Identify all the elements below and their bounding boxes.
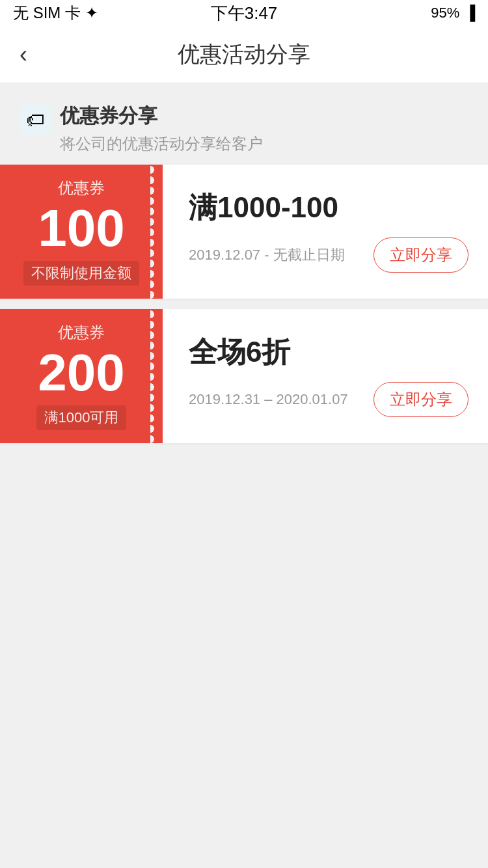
coupon-right-1: 全场6折 2019.12.31 – 2020.01.07 立即分享 xyxy=(163,309,488,443)
status-left: 无 SIM 卡 ✦ xyxy=(13,3,98,23)
coupon-name-1: 全场6折 xyxy=(189,335,468,370)
section-header: 🏷 优惠券分享 将公司的优惠活动分享给客户 xyxy=(0,83,488,165)
coupon-condition-1: 满1000可用 xyxy=(36,405,127,430)
back-button[interactable]: ‹ xyxy=(20,41,27,68)
sim-label: 无 SIM 卡 ✦ xyxy=(13,3,98,23)
coupon-date-0: 2019.12.07 - 无截止日期 xyxy=(189,245,367,265)
section-title: 优惠券分享 xyxy=(60,103,263,129)
battery-label: 95% xyxy=(431,5,459,21)
coupon-name-0: 满1000-100 xyxy=(189,191,468,225)
coupon-condition-0: 不限制使用金额 xyxy=(23,261,139,286)
share-button-1[interactable]: 立即分享 xyxy=(373,382,468,417)
section-text: 优惠券分享 将公司的优惠活动分享给客户 xyxy=(60,103,263,154)
coupon-right-0: 满1000-100 2019.12.07 - 无截止日期 立即分享 xyxy=(163,165,488,299)
coupon-left-0: 优惠券 100 不限制使用金额 xyxy=(0,165,163,299)
status-right: 95% ▐ xyxy=(431,5,475,21)
coupon-label-0: 优惠券 xyxy=(58,178,105,198)
coupon-section-icon: 🏷 xyxy=(20,104,51,135)
page-title: 优惠活动分享 xyxy=(178,40,310,70)
coupon-bottom-row-0: 2019.12.07 - 无截止日期 立即分享 xyxy=(189,237,468,273)
coupon-card: 优惠券 100 不限制使用金额 满1000-100 2019.12.07 - 无… xyxy=(0,165,488,299)
status-time: 下午3:47 xyxy=(211,2,278,25)
section-subtitle: 将公司的优惠活动分享给客户 xyxy=(60,133,263,154)
coupon-card: 优惠券 200 满1000可用 全场6折 2019.12.31 – 2020.0… xyxy=(0,309,488,443)
coupon-list: 优惠券 100 不限制使用金额 满1000-100 2019.12.07 - 无… xyxy=(0,165,488,467)
coupon-left-1: 优惠券 200 满1000可用 xyxy=(0,309,163,443)
nav-bar: ‹ 优惠活动分享 xyxy=(0,26,488,83)
coupon-label-1: 优惠券 xyxy=(58,322,105,343)
coupon-amount-0: 100 xyxy=(38,202,124,254)
coupon-date-1: 2019.12.31 – 2020.01.07 xyxy=(189,391,367,408)
coupon-bottom-row-1: 2019.12.31 – 2020.01.07 立即分享 xyxy=(189,382,468,417)
share-button-0[interactable]: 立即分享 xyxy=(373,237,468,273)
empty-area xyxy=(0,467,488,857)
battery-icon: ▐ xyxy=(465,5,475,21)
status-bar: 无 SIM 卡 ✦ 下午3:47 95% ▐ xyxy=(0,0,488,26)
coupon-amount-1: 200 xyxy=(38,347,124,399)
